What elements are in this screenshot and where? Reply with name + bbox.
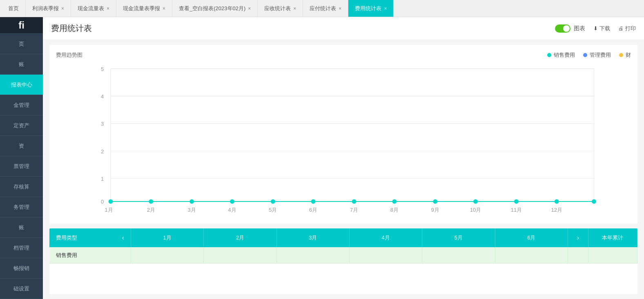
table-section: 费用类型 ‹ 1月 2月 3月 4月 5月 (49, 228, 637, 294)
cell-val-2 (204, 247, 276, 263)
month-5-label: 5月 (455, 234, 463, 241)
sidebar-item-resources[interactable]: 资 (0, 136, 43, 156)
sidebar-item-fixed-assets[interactable]: 定资产 (0, 115, 43, 136)
svg-text:4月: 4月 (228, 207, 236, 213)
tab-cashflow-label: 现金流量表 (78, 5, 104, 12)
cell-total (588, 247, 637, 263)
svg-point-19 (352, 199, 357, 204)
prev-arrow[interactable]: ‹ (122, 234, 124, 241)
tab-cashflow-quarterly-label: 现金流量表季报 (123, 5, 160, 12)
table-col-total: 本年累计 (588, 228, 637, 247)
trend-chart: 5 4 3 2 1 0 (56, 62, 631, 217)
chart-header: 费用趋势图 销售费用 管理费用 财 (56, 51, 631, 59)
tab-payable-close[interactable]: × (339, 6, 341, 11)
svg-point-15 (189, 199, 194, 204)
tab-cashflow-quarterly-close[interactable]: × (163, 6, 165, 11)
sidebar-item-service[interactable]: 务管理 (0, 197, 43, 217)
page-header: 费用统计表 图表 ⬇ 下载 🖨 打印 (43, 17, 644, 40)
content-area: 费用统计表 图表 ⬇ 下载 🖨 打印 费用趋势图 (43, 17, 644, 299)
svg-text:9月: 9月 (431, 207, 439, 213)
tab-receivable-label: 应收统计表 (264, 5, 291, 12)
legend-mgmt-label: 管理费用 (590, 51, 611, 59)
tab-home[interactable]: 首页 (2, 0, 26, 17)
svg-point-21 (433, 199, 437, 204)
toggle-label: 图表 (574, 25, 585, 32)
svg-point-14 (149, 199, 153, 204)
svg-text:3月: 3月 (188, 207, 196, 213)
tab-expense[interactable]: 费用统计表 × (348, 0, 394, 17)
tab-profit-close[interactable]: × (61, 6, 64, 11)
page-title: 费用统计表 (51, 23, 92, 34)
table-col-3: 3月 (277, 228, 350, 247)
legend-sales: 销售费用 (547, 51, 575, 59)
tab-expense-label: 费用统计表 (355, 5, 381, 12)
svg-text:1: 1 (101, 176, 104, 182)
cell-val-5 (422, 247, 495, 263)
chart-toggle[interactable] (555, 24, 570, 33)
tab-bar: 首页 利润表季报 × 现金流量表 × 现金流量表季报 × 查看_空白报表(202… (0, 0, 644, 17)
sidebar-item-settings[interactable]: 础设置 (0, 279, 43, 299)
chart-title: 费用趋势图 (56, 51, 82, 59)
download-icon: ⬇ (593, 25, 598, 31)
legend-finance: 财 (619, 51, 631, 59)
table-col-2: 2月 (204, 228, 276, 247)
sidebar-item-inventory[interactable]: 存核算 (0, 177, 43, 197)
svg-point-18 (311, 199, 316, 204)
chart-wrapper: 5 4 3 2 1 0 (56, 62, 631, 217)
logo-text: fi (18, 20, 25, 31)
print-button[interactable]: 🖨 打印 (618, 25, 636, 32)
legend-finance-label: 财 (626, 51, 631, 59)
svg-text:6月: 6月 (309, 207, 317, 213)
tab-payable[interactable]: 应付统计表 × (303, 0, 348, 17)
total-label: 本年累计 (602, 234, 623, 241)
tab-cashflow-close[interactable]: × (107, 6, 109, 11)
download-button[interactable]: ⬇ 下载 (593, 25, 610, 32)
table-col-4: 4月 (350, 228, 422, 247)
month-3-label: 3月 (309, 234, 317, 241)
tab-cashflow-quarterly[interactable]: 现金流量表季报 × (116, 0, 172, 17)
svg-point-22 (473, 199, 478, 204)
month-6-label: 6月 (527, 234, 535, 241)
sidebar-item-fund[interactable]: 金管理 (0, 95, 43, 115)
tab-blank-report-label: 查看_空白报表(2023年02月) (179, 5, 245, 12)
tab-blank-report-close[interactable]: × (248, 6, 251, 11)
svg-point-20 (392, 199, 397, 204)
cell-val-1 (131, 247, 204, 263)
main-layout: fi 页 账 报表中心 金管理 定资产 资 票管理 存核算 务管理 账 (0, 17, 644, 299)
col-type-label: 费用类型 (56, 234, 77, 241)
table-header: 费用类型 ‹ 1月 2月 3月 4月 5月 (49, 228, 637, 247)
sidebar-item-archive[interactable]: 档管理 (0, 238, 43, 258)
svg-text:4: 4 (101, 93, 104, 100)
sidebar-item-ledger[interactable]: 账 (0, 217, 43, 238)
tab-profit[interactable]: 利润表季报 × (26, 0, 71, 17)
sidebar-item-invoice[interactable]: 票管理 (0, 156, 43, 177)
sidebar-logo: fi (0, 17, 43, 34)
table-row: 销售费用 (49, 247, 637, 264)
legend-sales-dot (547, 53, 551, 57)
svg-text:0: 0 (101, 199, 104, 205)
chart-section: 费用趋势图 销售费用 管理费用 财 (49, 45, 637, 224)
table-col-5: 5月 (422, 228, 495, 247)
svg-rect-12 (111, 69, 594, 202)
sidebar-item-write-off[interactable]: 畅报销 (0, 258, 43, 279)
tab-cashflow[interactable]: 现金流量表 × (71, 0, 116, 17)
sidebar-item-account[interactable]: 账 (0, 54, 43, 75)
next-arrow[interactable]: › (577, 234, 579, 241)
month-1-label: 1月 (163, 234, 172, 241)
cell-val-4 (350, 247, 422, 263)
next-arrow-col[interactable]: › (568, 228, 588, 247)
tab-payable-label: 应付统计表 (310, 5, 336, 12)
tab-receivable[interactable]: 应收统计表 × (258, 0, 303, 17)
svg-text:11月: 11月 (511, 207, 522, 213)
sidebar-item-home[interactable]: 页 (0, 34, 43, 54)
toggle-wrap[interactable]: 图表 (555, 24, 585, 33)
cell-spacer (568, 247, 588, 263)
tab-blank-report[interactable]: 查看_空白报表(2023年02月) × (172, 0, 258, 17)
month-4-label: 4月 (382, 234, 390, 241)
tab-expense-close[interactable]: × (384, 6, 387, 11)
sidebar-item-report-center[interactable]: 报表中心 (0, 75, 43, 95)
tab-receivable-close[interactable]: × (293, 6, 296, 11)
svg-text:5月: 5月 (269, 207, 277, 213)
svg-point-16 (230, 199, 234, 204)
print-icon: 🖨 (618, 25, 624, 31)
